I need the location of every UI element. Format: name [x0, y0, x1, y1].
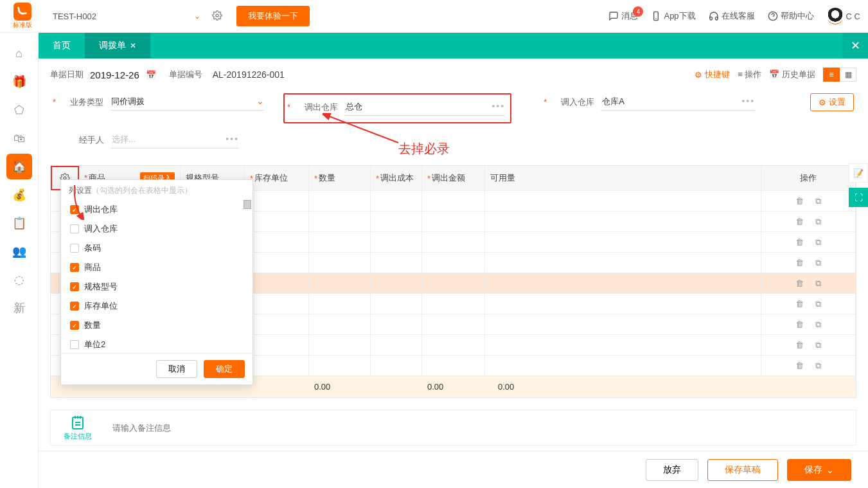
history-link[interactable]: 📅 历史单据 — [769, 69, 815, 80]
messages-link[interactable]: 消息 4 — [608, 10, 638, 22]
colpop-item[interactable]: 调入仓库 — [61, 219, 252, 239]
rail-gift-icon[interactable]: 🎁 — [6, 69, 32, 95]
cancel-button[interactable]: 取消 — [156, 360, 197, 378]
operate-link[interactable]: ≡ 操作 — [738, 69, 761, 80]
th-cost: *调出成本 — [371, 166, 422, 190]
more-icon[interactable]: ••• — [492, 101, 505, 111]
delete-icon[interactable]: 🗑 — [795, 299, 804, 309]
more-icon[interactable]: ••• — [226, 134, 239, 144]
rail-money-icon[interactable]: 💰 — [6, 182, 32, 208]
field-in-warehouse: * 调入仓库 仓库A ••• — [544, 93, 755, 111]
settings-button[interactable]: ⚙设置 — [810, 93, 854, 111]
date-value[interactable]: 2019-12-26 — [90, 69, 139, 80]
user-menu[interactable]: C C — [827, 8, 860, 24]
total-qty: 0.00 — [309, 376, 371, 397]
copy-icon[interactable]: ⧉ — [815, 196, 821, 206]
checkbox-icon[interactable]: ✓ — [70, 321, 79, 330]
rail-home-icon[interactable]: ⌂ — [6, 41, 32, 66]
topbar: 标准版 TEST-H002 ⌄ 我要体验一下 消息 4 App下载 在线客服 帮… — [0, 0, 868, 33]
colpop-item[interactable]: ✓调出仓库 — [61, 200, 252, 219]
doc-header-right: ⚙快捷键 ≡ 操作 📅 历史单据 ≡ ▦ — [695, 68, 856, 82]
delete-icon[interactable]: 🗑 — [795, 320, 804, 329]
rail-refresh-icon[interactable]: ◌ — [6, 267, 32, 293]
inwh-input[interactable]: 仓库A ••• — [601, 93, 755, 111]
colpop-item[interactable]: 单位2 — [61, 335, 252, 353]
view-list-icon[interactable]: ≡ — [823, 68, 840, 82]
delete-icon[interactable]: 🗑 — [795, 278, 804, 288]
checkbox-icon[interactable]: ✓ — [70, 263, 79, 272]
delete-icon[interactable]: 🗑 — [795, 258, 804, 267]
colpop-item[interactable]: ✓商品 — [61, 258, 252, 277]
copy-icon[interactable]: ⧉ — [815, 217, 821, 227]
delete-icon[interactable]: 🗑 — [795, 237, 804, 247]
tab-home[interactable]: 首页 — [39, 33, 85, 59]
colpop-item-label: 调出仓库 — [84, 204, 118, 215]
outwh-input[interactable]: 总仓 ••• — [344, 98, 505, 116]
rail-contacts-icon[interactable]: 👥 — [6, 239, 32, 264]
copy-icon[interactable]: ⧉ — [815, 237, 821, 248]
checkbox-icon[interactable] — [70, 224, 79, 233]
more-icon[interactable]: ••• — [741, 96, 755, 106]
tab-transfer-order[interactable]: 调拨单 ✕ — [85, 33, 150, 59]
checkbox-icon[interactable] — [70, 244, 79, 253]
copy-icon[interactable]: ⧉ — [815, 361, 821, 371]
expand-icon[interactable]: ⛶ — [849, 188, 868, 207]
field-biztype: * 业务类型 同价调拨 ⌄ — [53, 93, 264, 111]
delete-icon[interactable]: 🗑 — [795, 217, 804, 226]
copy-icon[interactable]: ⧉ — [815, 340, 821, 350]
rail-new-icon[interactable]: 新 — [6, 295, 32, 321]
shortcut-link[interactable]: ⚙快捷键 — [695, 69, 730, 80]
tab-row: 首页 调拨单 ✕ ✕ — [0, 33, 868, 59]
chevron-down-icon[interactable]: ⌄ — [256, 96, 264, 106]
delete-icon[interactable]: 🗑 — [795, 340, 804, 350]
total-avail: 0.00 — [485, 376, 761, 397]
checkbox-icon[interactable]: ✓ — [70, 205, 79, 214]
colpop-item-label: 调入仓库 — [84, 223, 118, 235]
scrollbar-up-icon[interactable] — [244, 200, 251, 209]
abandon-button[interactable]: 放弃 — [646, 459, 698, 481]
colpop-item[interactable]: ✓库存单位 — [61, 296, 252, 316]
support-link[interactable]: 在线客服 — [709, 10, 755, 22]
save-draft-button[interactable]: 保存草稿 — [707, 459, 778, 481]
row-ops: 🗑⧉ — [761, 253, 856, 273]
copy-icon[interactable]: ⧉ — [815, 278, 821, 289]
view-grid-icon[interactable]: ▦ — [840, 68, 856, 82]
row-ops: 🗑⧉ — [761, 212, 856, 231]
row-ops: 🗑⧉ — [761, 335, 856, 355]
calendar-icon[interactable]: 📅 — [146, 70, 156, 80]
colpop-item[interactable]: ✓数量 — [61, 316, 252, 335]
colpop-item-label: 商品 — [84, 262, 101, 273]
tabrow-close-icon[interactable]: ✕ — [842, 33, 868, 59]
tenant-select[interactable]: TEST-H002 ⌄ — [46, 6, 207, 26]
colpop-item[interactable]: 条码 — [61, 239, 252, 258]
rail-clipboard-icon[interactable]: 📋 — [6, 210, 32, 236]
close-icon[interactable]: ✕ — [130, 41, 136, 50]
colpop-list[interactable]: ✓调出仓库调入仓库条码✓商品✓规格型号✓库存单位✓数量单位2 — [61, 199, 252, 353]
checkbox-icon[interactable]: ✓ — [70, 282, 79, 291]
colpop-item-label: 数量 — [84, 320, 101, 331]
save-button[interactable]: 保存⌄ — [787, 459, 851, 481]
checkbox-icon[interactable] — [70, 340, 79, 349]
copy-icon[interactable]: ⧉ — [815, 258, 821, 268]
help-link[interactable]: 帮助中心 — [768, 10, 814, 22]
trial-button[interactable]: 我要体验一下 — [236, 6, 310, 26]
biztype-input[interactable]: 同价调拨 ⌄ — [110, 93, 264, 111]
ok-button[interactable]: 确定 — [204, 360, 245, 378]
app-download-link[interactable]: App下载 — [651, 10, 695, 22]
rail-warehouse-icon[interactable]: 🏠 — [6, 154, 32, 179]
docno-value: AL-20191226-001 — [213, 69, 285, 80]
copy-icon[interactable]: ⧉ — [815, 320, 821, 330]
rail-bag-icon[interactable]: 🛍 — [6, 125, 32, 151]
checkbox-icon[interactable]: ✓ — [70, 302, 79, 311]
copy-icon[interactable]: ⧉ — [815, 299, 821, 309]
remark-input[interactable] — [105, 410, 856, 445]
column-settings-popover: 列设置（勾选的列会在表格中显示） ✓调出仓库调入仓库条码✓商品✓规格型号✓库存单… — [60, 179, 253, 385]
delete-icon[interactable]: 🗑 — [795, 361, 804, 370]
gear-icon[interactable] — [212, 10, 222, 23]
note-icon[interactable]: 📝 — [849, 163, 868, 183]
delete-icon[interactable]: 🗑 — [795, 196, 804, 206]
colpop-item[interactable]: ✓规格型号 — [61, 277, 252, 296]
rail-tag-icon[interactable]: ⬠ — [6, 97, 32, 123]
app-download-label: App下载 — [664, 10, 695, 22]
handler-input[interactable]: 选择... ••• — [111, 131, 239, 149]
